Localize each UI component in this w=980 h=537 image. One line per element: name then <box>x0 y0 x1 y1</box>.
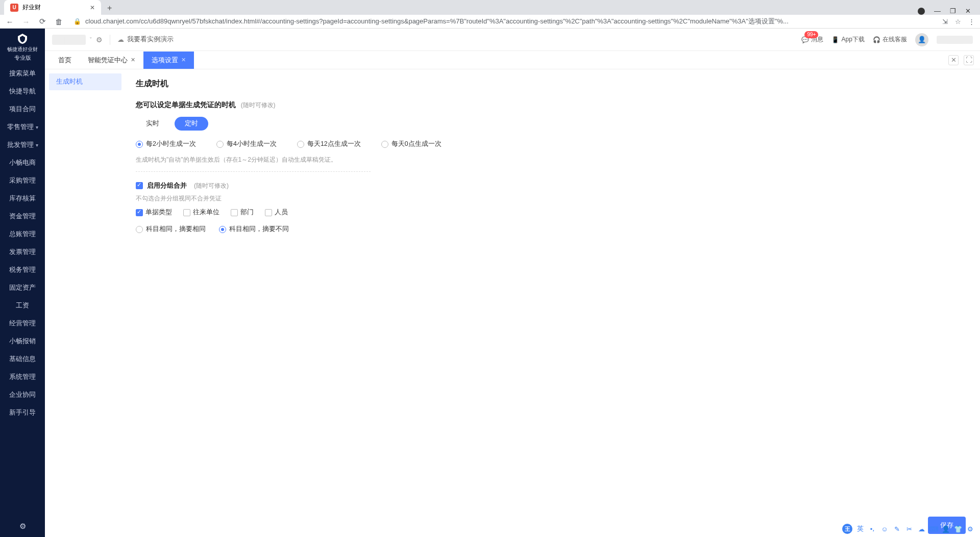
fullscreen-icon[interactable]: ⛶ <box>964 55 974 65</box>
install-icon[interactable]: ⇲ <box>942 18 948 25</box>
sidebar-item-8[interactable]: 资金管理 <box>5 208 40 225</box>
sidebar-item-18[interactable]: 企业协同 <box>5 386 40 404</box>
window-controls: — ❐ ✕ <box>918 7 980 15</box>
mode-scheduled-button[interactable]: 定时 <box>175 117 208 131</box>
demo-link[interactable]: ☁ 我要看实例演示 <box>117 35 174 44</box>
ime-scissors-icon[interactable]: ✂ <box>904 524 914 533</box>
radio-icon <box>219 226 226 233</box>
freq-option-3[interactable]: 每天0点生成一次 <box>381 140 442 148</box>
close-icon[interactable]: ✕ <box>90 4 95 11</box>
content-area: 生成时机 您可以设定单据生成凭证的时机 (随时可修改) 实时 定时 每2小时生成… <box>126 69 980 537</box>
sidebar-item-13[interactable]: 工资 <box>5 297 40 315</box>
sidebar-item-15[interactable]: 小畅报销 <box>5 333 40 350</box>
gear-icon[interactable]: ⚙ <box>96 36 103 44</box>
group-by-checkboxes: 单据类型往来单位部门人员 <box>136 208 980 217</box>
ime-emoji-icon[interactable]: ☺ <box>880 524 889 533</box>
sidebar-item-6[interactable]: 采购管理 <box>5 172 40 190</box>
divider-dashed <box>136 171 371 172</box>
online-service-button[interactable]: 🎧 在线客服 <box>873 35 907 44</box>
ime-badge-icon[interactable]: 王 <box>842 524 852 534</box>
online-service-label: 在线客服 <box>883 35 907 44</box>
groupby-option-0[interactable]: 单据类型 <box>136 208 172 217</box>
chevron-down-icon[interactable]: ˇ <box>90 37 92 43</box>
mergerule-option-1[interactable]: 科目相同，摘要不同 <box>219 225 289 234</box>
url-bar[interactable]: 🔒 cloud.chanjet.com/cc/u6d89qwnryel/57bf… <box>70 15 935 28</box>
page-tab-1[interactable]: 智能凭证中心✕ <box>80 52 143 69</box>
checkbox-icon <box>183 209 190 216</box>
star-icon[interactable]: ☆ <box>955 18 961 25</box>
left-panel: 生成时机 <box>45 69 126 537</box>
groupby-option-2[interactable]: 部门 <box>231 208 254 217</box>
ime-person-icon[interactable]: 👤 <box>941 524 950 533</box>
minimize-icon[interactable]: — <box>934 7 941 15</box>
kebab-icon[interactable]: ⋮ <box>968 18 975 25</box>
ime-edit-icon[interactable]: ✎ <box>892 524 901 533</box>
url-text: cloud.chanjet.com/cc/u6d89qwnryel/57bfsk… <box>85 17 932 26</box>
radio-icon <box>381 141 388 148</box>
sidebar-item-label: 小畅报销 <box>9 337 36 346</box>
ime-punct-icon[interactable]: •، <box>868 524 877 533</box>
ime-toolbar: 王 英 •، ☺ ✎ ✂ ☁ ⌨ 👤 👕 ⚙ <box>840 523 977 535</box>
radio-label: 每天0点生成一次 <box>391 140 442 148</box>
sidebar-item-2[interactable]: 项目合同 <box>5 100 40 118</box>
subtitle-hint: (随时可修改) <box>241 101 276 109</box>
maximize-icon[interactable]: ❐ <box>950 7 956 15</box>
avatar[interactable]: 👤 <box>915 33 928 46</box>
delete-icon[interactable]: 🗑 <box>54 17 63 26</box>
sidebar-item-1[interactable]: 快捷导航 <box>5 83 40 100</box>
sidebar-item-14[interactable]: 经营管理 <box>5 315 40 333</box>
page-tab-0[interactable]: 首页 <box>50 52 80 69</box>
sidebar-item-4[interactable]: 批发管理▾ <box>5 136 40 154</box>
group-merge-checkbox[interactable] <box>136 182 143 189</box>
sidebar-item-16[interactable]: 基础信息 <box>5 350 40 368</box>
freq-option-2[interactable]: 每天12点生成一次 <box>297 140 361 148</box>
browser-tab[interactable]: U 好业财 ✕ <box>4 0 101 15</box>
freq-option-1[interactable]: 每4小时生成一次 <box>216 140 277 148</box>
groupby-option-3[interactable]: 人员 <box>265 208 288 217</box>
sidebar-item-10[interactable]: 发票管理 <box>5 243 40 261</box>
page-tab-2[interactable]: 选项设置✕ <box>143 52 194 69</box>
sidebar-item-12[interactable]: 固定资产 <box>5 279 40 297</box>
group-merge-row: 启用分组合并 (随时可修改) <box>136 181 980 190</box>
radio-icon <box>297 141 304 148</box>
groupby-option-1[interactable]: 往来单位 <box>183 208 219 217</box>
chevron-down-icon: ▾ <box>36 142 38 148</box>
org-selector[interactable]: ████ ˇ ⚙ <box>52 35 103 45</box>
sidebar-item-label: 经营管理 <box>9 319 36 328</box>
sidebar-item-19[interactable]: 新手引导 <box>5 404 40 422</box>
ime-keyboard-icon[interactable]: ⌨ <box>929 524 938 533</box>
sidebar-item-0[interactable]: 搜索菜单 <box>5 65 40 83</box>
left-panel-item-timing[interactable]: 生成时机 <box>49 73 121 90</box>
sidebar-item-label: 系统管理 <box>9 373 36 381</box>
ime-settings-icon[interactable]: ⚙ <box>966 524 975 533</box>
sidebar-item-label: 批发管理 <box>7 141 34 149</box>
account-icon[interactable] <box>918 8 925 15</box>
lock-icon: 🔒 <box>74 18 81 25</box>
ime-cloud-icon[interactable]: ☁ <box>917 524 926 533</box>
page-title: 生成时机 <box>136 79 980 89</box>
close-icon[interactable]: ✕ <box>131 57 135 63</box>
mode-realtime-button[interactable]: 实时 <box>136 117 169 131</box>
checkbox-label: 人员 <box>275 208 288 217</box>
address-right-icons: ⇲ ☆ ⋮ <box>942 18 975 25</box>
close-window-icon[interactable]: ✕ <box>965 7 971 15</box>
mergerule-option-0[interactable]: 科目相同，摘要相同 <box>136 225 206 234</box>
close-all-tabs-icon[interactable]: ✕ <box>948 55 959 65</box>
sidebar-item-17[interactable]: 系统管理 <box>5 368 40 386</box>
new-tab-button[interactable]: + <box>103 2 116 15</box>
app-download-button[interactable]: 📱 App下载 <box>831 35 864 44</box>
settings-icon[interactable]: ⚙ <box>13 516 32 537</box>
back-icon[interactable]: ← <box>5 17 14 26</box>
sidebar-item-3[interactable]: 零售管理▾ <box>5 118 40 136</box>
close-icon[interactable]: ✕ <box>181 57 186 63</box>
checkbox-icon <box>136 209 143 216</box>
sidebar-item-11[interactable]: 税务管理 <box>5 261 40 279</box>
sidebar-item-5[interactable]: 小畅电商 <box>5 154 40 172</box>
sidebar-item-7[interactable]: 库存核算 <box>5 190 40 208</box>
messages-button[interactable]: 99+ 💬 消息 <box>801 35 823 44</box>
ime-lang[interactable]: 英 <box>855 524 865 533</box>
reload-icon[interactable]: ⟳ <box>38 17 47 26</box>
ime-shirt-icon[interactable]: 👕 <box>953 524 963 533</box>
freq-option-0[interactable]: 每2小时生成一次 <box>136 140 196 148</box>
sidebar-item-9[interactable]: 总账管理 <box>5 225 40 243</box>
